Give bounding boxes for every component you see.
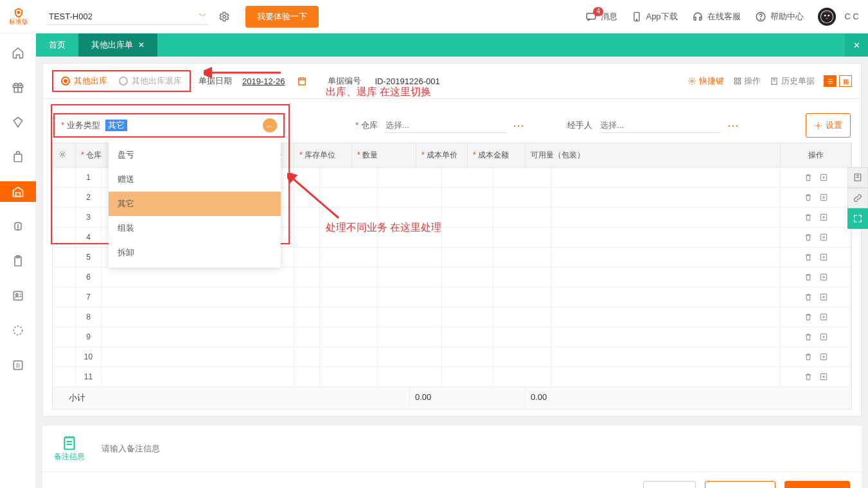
help-center-button[interactable]: 帮助中心 <box>755 11 804 23</box>
svg-point-1 <box>223 15 226 18</box>
customer-service-button[interactable]: 在线客服 <box>692 11 741 23</box>
avatar <box>818 8 836 26</box>
app-logo: 标准版 <box>9 7 28 26</box>
svg-point-9 <box>824 14 826 16</box>
svg-point-4 <box>637 19 637 20</box>
svg-point-10 <box>828 14 829 16</box>
workspace-name: TEST-H002 <box>49 12 93 21</box>
svg-point-0 <box>18 11 20 13</box>
trial-button[interactable]: 我要体验一下 <box>245 6 319 28</box>
chevron-down-icon: ﹀ <box>199 10 207 22</box>
svg-point-8 <box>820 10 832 22</box>
svg-point-6 <box>760 19 761 19</box>
workspace-select[interactable]: TEST-H002 ﹀ <box>48 8 208 25</box>
user-menu[interactable]: C C <box>818 8 859 26</box>
messages-badge: 4 <box>593 7 603 16</box>
gear-icon[interactable] <box>218 11 230 23</box>
app-download-button[interactable]: App下载 <box>632 11 677 23</box>
svg-point-11 <box>826 17 828 19</box>
messages-button[interactable]: 4 消息 <box>585 11 617 23</box>
app-header: 标准版 TEST-H002 ﹀ 我要体验一下 4 消息 App下载 在线客服 帮… <box>0 0 868 33</box>
logo-edition: 标准版 <box>9 17 28 26</box>
